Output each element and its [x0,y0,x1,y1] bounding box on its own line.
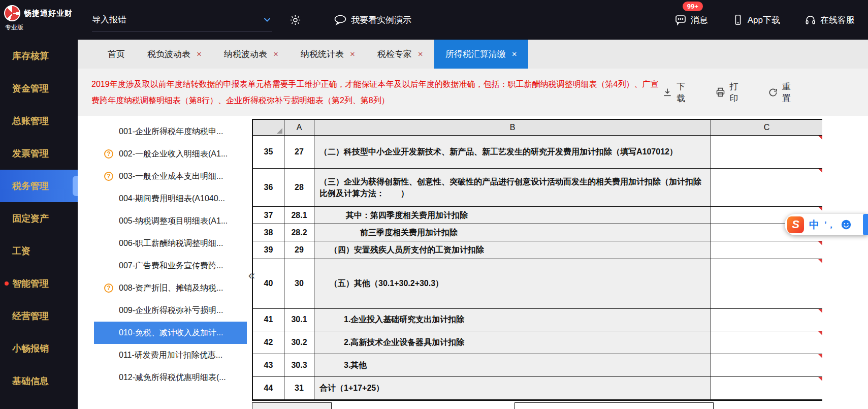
sidebar-item-basic-info[interactable]: 基础信息 [0,365,78,397]
cell-a: 30.1 [284,309,314,331]
ime-emoji-icon[interactable] [841,219,852,230]
report-item-001[interactable]: 001-企业所得税年度纳税申... [78,120,252,143]
phone-icon [732,14,744,26]
cell-c[interactable] [711,377,822,400]
import-error-dropdown[interactable]: 导入报错 [92,8,272,32]
row-header[interactable]: 38 [253,224,284,241]
top-bar: 导入报错 我要看实例演示 99+ [78,0,868,40]
sidebar-item-label: 经营管理 [12,310,49,322]
report-item-label: 005-纳税调整项目明细表(A1... [119,216,228,227]
cell-c[interactable] [711,309,822,331]
sidebar-item-payroll[interactable]: 工资 [0,235,78,267]
report-item-008[interactable]: ? 008-资产折旧、摊销及纳税... [78,277,252,299]
online-service-button[interactable]: 在线客服 [805,14,855,26]
table-row: 41 30.1 1.企业投入基础研究支出加计扣除 [253,309,821,331]
cell-b: 1.企业投入基础研究支出加计扣除 [314,309,711,331]
report-item-011[interactable]: 011-研发费用加计扣除优惠... [78,344,252,366]
tab-tax-statistics-table[interactable]: 纳税统计表 × [290,40,366,69]
cell-a: 27 [284,136,314,169]
select-all-corner-cell[interactable] [253,120,284,136]
sidebar-item-business-management[interactable]: 经营管理 [0,300,78,332]
tab-close-icon[interactable]: × [512,50,517,58]
help-icon[interactable]: ? [104,172,113,181]
cell-c[interactable] [711,136,822,169]
cell-c[interactable] [711,354,822,377]
ime-toolbar: S 中 ’， [785,214,868,235]
report-item-003[interactable]: ? 003-一般企业成本支出明细... [78,165,252,187]
row-header[interactable]: 39 [253,241,284,259]
messages-button[interactable]: 99+ 消息 [674,14,708,26]
report-item-007[interactable]: 007-广告费和业务宣传费跨... [78,255,252,277]
report-item-009[interactable]: 009-企业所得税弥补亏损明... [78,299,252,322]
column-header-b[interactable]: B [314,120,711,136]
cell-c[interactable] [711,169,822,207]
ime-language-toggle[interactable]: 中 [809,218,819,232]
tab-tax-burden-table[interactable]: 税负波动表 × [136,40,213,69]
ime-drag-handle[interactable] [863,214,868,235]
cell-b: 3.其他 [314,354,711,377]
sidebar-item-label: 总账管理 [12,115,49,127]
sidebar-item-funds[interactable]: 资金管理 [0,72,78,105]
column-header-a[interactable]: A [284,120,314,136]
sidebar-item-fixed-assets[interactable]: 固定资产 [0,202,78,235]
ime-punctuation-icon[interactable]: ’， [824,219,835,231]
cell-a: 30.2 [284,331,314,354]
report-item-012[interactable]: 012-减免所得税优惠明细表(... [78,366,252,389]
row-header[interactable]: 35 [253,136,284,169]
report-item-002[interactable]: ? 002-一般企业收入明细表(A1... [78,143,252,165]
notification-dot [5,281,9,286]
sidebar-item-expense-report[interactable]: 小畅报销 [0,332,78,365]
demo-link[interactable]: 我要看实例演示 [334,14,411,26]
download-button[interactable]: 下载 [662,81,691,104]
app-download-button[interactable]: App下载 [732,14,780,26]
tab-home[interactable]: 首页 [97,40,136,69]
table-row: 43 30.3 3.其他 [253,354,821,377]
tab-close-icon[interactable]: × [350,50,355,58]
help-icon[interactable]: ? [104,149,113,159]
row-header[interactable]: 40 [253,259,284,309]
partial-next-row-cell [515,402,714,409]
messages-badge: 99+ [683,2,703,11]
cell-c[interactable] [711,331,822,354]
row-header[interactable]: 44 [253,377,284,400]
report-item-004[interactable]: 004-期间费用明细表(A1040... [78,187,252,210]
report-item-label: 003-一般企业成本支出明细... [119,171,223,182]
partial-next-row-cell [252,402,332,409]
cell-c[interactable] [711,241,822,259]
online-service-label: 在线客服 [820,14,855,26]
row-header[interactable]: 36 [253,169,284,207]
row-header[interactable]: 37 [253,207,284,224]
sidebar-item-smart-management[interactable]: 智能管理 [0,267,78,300]
tab-tax-inspection-expert[interactable]: 税检专家 × [366,40,434,69]
print-button[interactable]: 打印 [715,81,745,104]
sidebar-item-tax-management[interactable]: 税务管理 [0,170,78,202]
app-window: 畅捷通好业财 专业版 库存核算 资金管理 总账管理 发票管理 税务管理 固定资产… [0,0,868,409]
tab-close-icon[interactable]: × [273,50,278,58]
tab-income-tax-settlement[interactable]: 所得税汇算清缴 × [434,40,528,69]
sidebar-item-label: 小畅报销 [12,342,49,355]
download-icon [662,87,672,98]
tab-close-icon[interactable]: × [418,50,423,58]
cell-c[interactable] [711,259,822,309]
report-item-006[interactable]: 006-职工薪酬纳税调整明细... [78,232,252,255]
report-item-label: 002-一般企业收入明细表(A1... [119,149,228,160]
tab-close-icon[interactable]: × [197,50,202,58]
report-item-label: 006-职工薪酬纳税调整明细... [119,238,223,249]
row-header[interactable]: 43 [253,354,284,377]
settings-button[interactable] [290,14,301,26]
sogou-logo-icon[interactable]: S [787,216,804,233]
tab-label: 纳税统计表 [301,48,344,60]
cell-a: 28.2 [284,224,314,241]
report-item-005[interactable]: 005-纳税调整项目明细表(A1... [78,210,252,232]
column-header-c[interactable]: C [711,120,822,136]
sidebar-item-invoice[interactable]: 发票管理 [0,137,78,170]
row-header[interactable]: 41 [253,309,284,331]
sidebar-item-general-ledger[interactable]: 总账管理 [0,105,78,137]
sidebar-item-inventory[interactable]: 库存核算 [0,40,78,72]
collapse-panel-handle[interactable]: « [248,268,255,282]
help-icon[interactable]: ? [104,284,113,293]
row-header[interactable]: 42 [253,331,284,354]
report-item-010[interactable]: 010-免税、减计收入及加计... [94,322,247,344]
reset-button[interactable]: 重置 [768,81,797,104]
tab-tax-payment-wave-table[interactable]: 纳税波动表 × [213,40,290,69]
